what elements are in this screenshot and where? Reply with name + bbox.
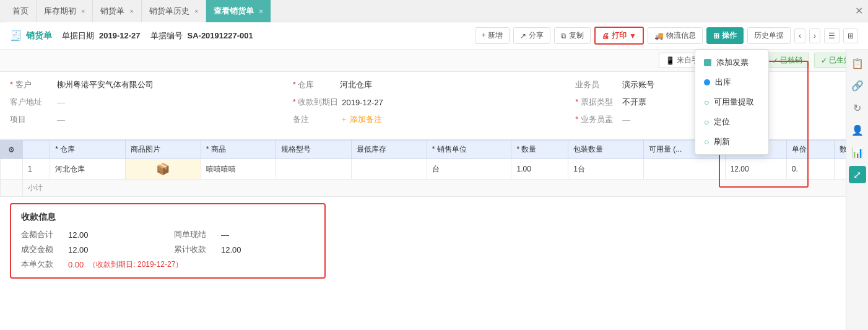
payment-cumulative-label: 累计收款 bbox=[174, 244, 216, 255]
doc-number-label: 单据编号 bbox=[150, 30, 183, 41]
refresh-label: 刷新 bbox=[714, 136, 730, 147]
due-date-label: 收款到期日 bbox=[293, 97, 339, 108]
tab-home[interactable]: 首页 bbox=[5, 0, 37, 22]
doc-number-value: SA-20191227-001 bbox=[188, 31, 253, 40]
add-note-button[interactable]: ＋ 添加备注 bbox=[340, 114, 382, 125]
layout-list-button[interactable]: ☰ bbox=[824, 28, 840, 43]
add-note-icon: ＋ bbox=[340, 114, 348, 125]
address-field: 客户地址 — bbox=[10, 97, 293, 108]
sidebar-user-icon[interactable]: 👤 bbox=[849, 121, 866, 139]
tab-inventory-init[interactable]: 库存期初 × bbox=[37, 0, 93, 22]
warehouse-value: 河北仓库 bbox=[340, 79, 372, 90]
doc-date-value: 2019-12-27 bbox=[99, 31, 141, 40]
tab-inventory-init-close[interactable]: × bbox=[81, 7, 85, 15]
payment-total-label: 金额合计 bbox=[21, 229, 63, 240]
dropdown-refresh[interactable]: ○ 刷新 bbox=[695, 132, 768, 152]
right-sidebar: 📋 🔗 ↻ 👤 📊 ⤢ bbox=[846, 50, 868, 330]
tab-sales-order-close[interactable]: × bbox=[129, 7, 133, 15]
add-note-label: 添加备注 bbox=[350, 114, 382, 125]
add-invoice-icon bbox=[704, 59, 711, 66]
col-image: 商品图片 bbox=[126, 141, 201, 159]
prev-button[interactable]: ‹ bbox=[794, 28, 805, 43]
main-content: 🧾 销货单 单据日期 2019-12-27 单据编号 SA-20191227-0… bbox=[0, 22, 868, 330]
sales-order-icon: 🧾 bbox=[10, 30, 22, 41]
print-icon: 🖨 bbox=[602, 32, 609, 40]
payment-deal-row: 成交金额 12.00 bbox=[21, 244, 162, 255]
col-qty: * 数量 bbox=[511, 141, 568, 159]
history-button-label: 历史单据 bbox=[754, 30, 784, 41]
dropdown-available-qty[interactable]: ○ 可用量提取 bbox=[695, 92, 768, 112]
cell-image: 📦 bbox=[126, 159, 201, 180]
dropdown-locate[interactable]: ○ 定位 bbox=[695, 112, 768, 132]
payment-deal-label: 成交金额 bbox=[21, 244, 63, 255]
tab-inventory-init-label: 库存期初 bbox=[44, 6, 76, 17]
history-button[interactable]: 历史单据 bbox=[747, 27, 791, 44]
dropdown-outbound[interactable]: 出库 bbox=[695, 72, 768, 92]
sidebar-sync-icon[interactable]: ↻ bbox=[849, 99, 866, 116]
payment-same-order-label: 同单现结 bbox=[174, 229, 216, 240]
payment-same-order-row: 同单现结 — bbox=[174, 229, 315, 240]
confirmed-button[interactable]: ✓ 已核销 bbox=[765, 53, 809, 68]
cell-settings bbox=[1, 159, 23, 180]
tab-view-sales-label: 查看销货单 bbox=[214, 6, 254, 17]
col-settings[interactable]: ⚙ bbox=[1, 141, 23, 159]
effective-icon: ✓ bbox=[821, 56, 827, 65]
sidebar-preview-icon[interactable]: 📋 bbox=[849, 54, 866, 72]
layout-grid-button[interactable]: ⊞ bbox=[843, 28, 858, 43]
operate-button[interactable]: ⊞ 操作 bbox=[706, 27, 744, 44]
tab-sales-order-label: 销货单 bbox=[100, 6, 124, 17]
payment-same-order-value: — bbox=[221, 230, 229, 240]
outbound-label: 出库 bbox=[715, 77, 731, 88]
col-pack-qty: 包装数量 bbox=[568, 141, 644, 159]
address-value: — bbox=[57, 98, 65, 107]
payment-section: 收款信息 金额合计 12.00 同单现结 — 成交金额 12.00 累计收款 1… bbox=[10, 203, 326, 279]
phone-icon: 📱 bbox=[666, 56, 675, 65]
tab-sales-history[interactable]: 销货单历史 × bbox=[142, 0, 206, 22]
new-button-label: + 新增 bbox=[482, 30, 503, 41]
copy-button-label: 复制 bbox=[569, 30, 584, 41]
available-qty-label: 可用量提取 bbox=[714, 97, 754, 108]
window-close-button[interactable]: ✕ bbox=[855, 5, 863, 17]
share-button[interactable]: ↗ 分享 bbox=[513, 27, 550, 44]
table-row: 1 河北仓库 📦 嘻嘻嘻嘻 台 1.00 1台 12.00 0. bbox=[1, 159, 868, 180]
cell-min-stock bbox=[352, 159, 427, 180]
due-date-value: 2019-12-27 bbox=[342, 98, 383, 107]
customer-label: 客户 bbox=[10, 79, 53, 90]
col-unit: * 销售单位 bbox=[427, 141, 511, 159]
payment-due-note: （收款到期日: 2019-12-27） bbox=[89, 259, 183, 270]
invoice-type-value: 不开票 bbox=[622, 97, 646, 108]
tab-view-sales-close[interactable]: × bbox=[259, 7, 263, 15]
dropdown-add-invoice[interactable]: 添加发票 bbox=[695, 53, 768, 72]
col-seq bbox=[23, 141, 50, 159]
operate-button-label: 操作 bbox=[722, 30, 737, 41]
confirmed-label: 已核销 bbox=[780, 55, 802, 66]
payment-title: 收款信息 bbox=[21, 212, 315, 223]
subtotal-row: 小计 bbox=[1, 180, 868, 197]
staff-value: 演示账号 bbox=[622, 79, 654, 90]
col-product: * 商品 bbox=[201, 141, 276, 159]
operate-dropdown: 添加发票 出库 ○ 可用量提取 ○ 定位 ○ 刷新 bbox=[695, 50, 769, 155]
sales-staff-value: — bbox=[622, 115, 630, 124]
tab-sales-history-close[interactable]: × bbox=[194, 7, 198, 15]
logistics-button[interactable]: 🚚 物流信息 bbox=[648, 27, 703, 44]
operate-grid-icon: ⊞ bbox=[713, 32, 719, 40]
sidebar-expand-icon[interactable]: ⤢ bbox=[849, 166, 866, 183]
invoice-type-label: 票据类型 bbox=[575, 97, 618, 108]
tab-home-label: 首页 bbox=[12, 6, 28, 17]
payment-owe-label: 本单欠款 bbox=[21, 259, 63, 270]
tab-view-sales[interactable]: 查看销货单 × bbox=[206, 0, 271, 22]
sales-staff-label: 业务员盂 bbox=[575, 114, 618, 125]
cell-price: 0. bbox=[786, 159, 834, 180]
print-button[interactable]: 🖨 打印 ▼ bbox=[594, 27, 644, 45]
sidebar-chart-icon[interactable]: 📊 bbox=[849, 144, 866, 161]
customer-value: 柳州粤港平安气体有限公司 bbox=[57, 79, 154, 90]
share-icon: ↗ bbox=[520, 32, 526, 40]
next-button[interactable]: › bbox=[809, 28, 820, 43]
sidebar-link-icon[interactable]: 🔗 bbox=[849, 77, 866, 94]
refresh-icon: ○ bbox=[704, 137, 709, 147]
copy-button[interactable]: ⧉ 复制 bbox=[554, 27, 591, 44]
doc-date-section: 单据日期 2019-12-27 bbox=[62, 30, 141, 41]
payment-total-row: 金额合计 12.00 bbox=[21, 229, 162, 240]
new-button[interactable]: + 新增 bbox=[475, 27, 510, 44]
tab-sales-order[interactable]: 销货单 × bbox=[93, 0, 141, 22]
